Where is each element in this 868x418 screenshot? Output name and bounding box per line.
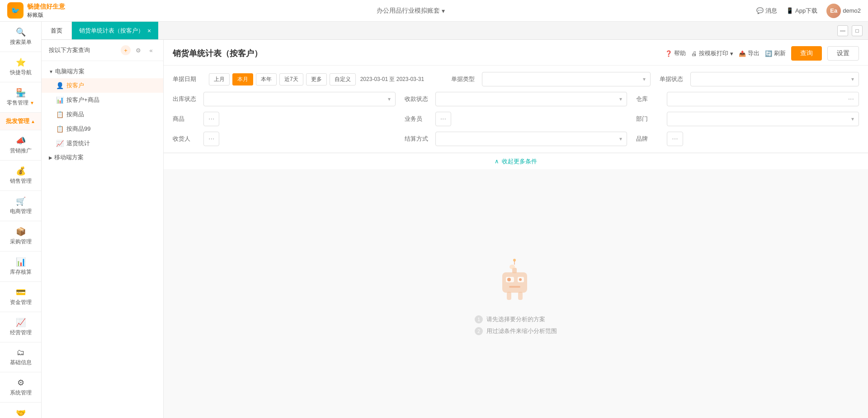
tab-bar: 首页 销货单统计表（按客户） × — □	[42, 22, 868, 40]
company-selector[interactable]: 办公用品行业模拟账套 ▾	[377, 7, 445, 15]
sidebar-item-inventory[interactable]: 📊 库存核算	[0, 252, 41, 282]
sidebar-item-ecom[interactable]: 🛒 电商管理	[0, 191, 41, 221]
refresh-button[interactable]: 🔄 刷新	[765, 49, 786, 57]
page-header: 销货单统计表（按客户） ❓ 帮助 🖨 按模板打印 ▾ 📤	[164, 40, 868, 66]
empty-illustration	[489, 252, 543, 306]
receiver-select[interactable]: ···	[203, 132, 219, 146]
tab-active[interactable]: 销货单统计表（按客户） ×	[72, 22, 158, 39]
sidebar: 🔍 搜索菜单 ⭐ 快捷导航 🏪 零售管理 ▼ 批发管理 ▲ 📣 营销推广 💰	[0, 22, 42, 418]
sidebar-item-label: 系统管理	[4, 389, 38, 397]
sidebar-item-wholesale[interactable]: 批发管理 ▲	[0, 113, 41, 130]
status-select[interactable]: ▾	[690, 72, 859, 86]
department-select[interactable]: ▾	[667, 112, 859, 126]
sidebar-item-operations[interactable]: 📈 经营管理	[0, 312, 41, 342]
user-menu[interactable]: Ea demo2	[826, 4, 861, 18]
sidebar-item-marketing[interactable]: 📣 营销推广	[0, 130, 41, 161]
right-main: 销货单统计表（按客户） ❓ 帮助 🖨 按模板打印 ▾ 📤	[164, 40, 868, 418]
sidebar-item-label: 采购管理	[4, 238, 38, 246]
brand-name: 畅捷信好生意	[27, 2, 65, 11]
export-button[interactable]: 📤 导出	[739, 49, 760, 57]
date-more[interactable]: 更多	[306, 73, 327, 86]
brand-sub: 标账版	[27, 11, 65, 19]
scheme-by-customer-goods[interactable]: 📊 按客户+商品	[42, 93, 163, 107]
message-button[interactable]: 💬 消息	[756, 7, 777, 15]
date-group: 上月 本月 本年 近7天 更多	[209, 73, 424, 86]
svg-rect-5	[509, 286, 520, 288]
date-7days[interactable]: 近7天	[279, 73, 303, 86]
date-this-month[interactable]: 本月	[232, 73, 253, 86]
mobile-group[interactable]: ▶ 移动端方案	[42, 151, 163, 164]
sidebar-item-system[interactable]: ⚙ 系统管理	[0, 372, 41, 403]
collect-status-label: 收款状态	[405, 95, 432, 103]
out-status-select[interactable]: ▾	[203, 92, 396, 106]
collapse-panel-button[interactable]: «	[146, 45, 156, 55]
tab-close-icon[interactable]: ×	[147, 27, 151, 34]
brand-select[interactable]: ···	[667, 132, 683, 146]
filter-row-2: 出库状态 ▾ 收款状态 ▾	[173, 92, 859, 106]
scheme-by-goods99[interactable]: 📋 按商品99	[42, 122, 163, 136]
finance-icon: 💳	[4, 287, 38, 297]
date-last-month[interactable]: 上月	[209, 73, 230, 86]
tip-text-1: 请先选择要分析的方案	[486, 315, 545, 323]
pc-group[interactable]: ▼ 电脑端方案	[42, 65, 163, 78]
minimize-button[interactable]: —	[837, 25, 848, 36]
print-button[interactable]: 🖨 按模板打印 ▾	[691, 49, 733, 57]
header-right: 💬 消息 📱 App下载 Ea demo2	[756, 4, 861, 18]
top-header: 🐦 畅捷信好生意 标账版 办公用品行业模拟账套 ▾ 💬 消息 📱 App下载 E…	[0, 0, 868, 22]
date-label: 单据日期	[173, 75, 200, 83]
out-status-label: 出库状态	[173, 95, 200, 103]
svg-rect-11	[518, 292, 523, 300]
salesman-select[interactable]: ···	[435, 112, 451, 126]
salesman-field: 业务员 ···	[405, 112, 627, 126]
scheme-tree: ▼ 电脑端方案 👤 按客户 📊 按客户+商品 📋 按商品	[42, 61, 163, 168]
scheme-by-goods[interactable]: 📋 按商品	[42, 107, 163, 122]
goods-field: 商品 ···	[173, 112, 396, 126]
collect-status-select[interactable]: ▾	[435, 92, 627, 106]
sidebar-item-shortcut[interactable]: ⭐ 快捷导航	[0, 52, 41, 82]
ecom-icon: 🛒	[4, 196, 38, 206]
goods-select[interactable]: ···	[203, 112, 219, 126]
app-download-button[interactable]: 📱 App下载	[786, 7, 817, 15]
payment-field: 结算方式 ▾	[405, 132, 627, 146]
settings-button[interactable]: 设置	[827, 46, 859, 61]
type-select[interactable]: ▾	[482, 72, 651, 86]
print-chevron: ▾	[730, 50, 733, 57]
maximize-button[interactable]: □	[852, 25, 863, 36]
add-scheme-button[interactable]: +	[121, 45, 131, 55]
app-icon: 📱	[786, 7, 793, 14]
type-chevron: ▾	[643, 76, 646, 82]
help-icon: ❓	[665, 50, 672, 57]
collapse-button[interactable]: ∧ 收起更多条件	[495, 157, 537, 166]
message-icon: 💬	[756, 7, 764, 14]
sidebar-item-finance[interactable]: 💳 资金管理	[0, 282, 41, 312]
scheme-by-customer[interactable]: 👤 按客户	[42, 78, 163, 93]
shortcut-icon: ⭐	[4, 57, 38, 67]
maximize-icon: □	[855, 28, 859, 34]
date-custom[interactable]: 自定义	[330, 73, 356, 86]
tab-home[interactable]: 首页	[42, 22, 72, 39]
scheme-return-stats[interactable]: 📈 退货统计	[42, 136, 163, 151]
search-icon: 🔍	[4, 27, 38, 37]
warehouse-select[interactable]: ···	[667, 92, 859, 106]
date-this-year[interactable]: 本年	[256, 73, 277, 86]
salesman-label: 业务员	[405, 115, 432, 123]
status-chevron: ▾	[851, 76, 854, 82]
sidebar-item-cooperation[interactable]: 🤝 企业协同	[0, 403, 41, 418]
panel-title: 按以下方案查询	[49, 46, 90, 54]
sidebar-item-sales[interactable]: 💰 销售管理	[0, 161, 41, 191]
home-tab-label: 首页	[51, 27, 62, 35]
payment-select[interactable]: ▾	[435, 132, 627, 146]
sidebar-item-retail[interactable]: 🏪 零售管理 ▼	[0, 82, 41, 113]
sidebar-item-purchase[interactable]: 📦 采购管理	[0, 221, 41, 252]
inventory-icon: 📊	[4, 257, 38, 267]
scheme-settings-button[interactable]: ⚙	[133, 45, 143, 55]
sidebar-item-search[interactable]: 🔍 搜索菜单	[0, 22, 41, 52]
svg-point-9	[513, 259, 516, 261]
sidebar-item-basic[interactable]: 🗂 基础信息	[0, 342, 41, 372]
panel-header-actions: + ⚙ «	[121, 45, 156, 55]
sidebar-item-label: 销售管理	[4, 177, 38, 185]
query-button[interactable]: 查询	[791, 46, 822, 61]
help-button[interactable]: ❓ 帮助	[665, 49, 686, 57]
expand-arrow-icon: ▼	[49, 69, 53, 74]
sidebar-item-label: 零售管理	[7, 99, 28, 107]
